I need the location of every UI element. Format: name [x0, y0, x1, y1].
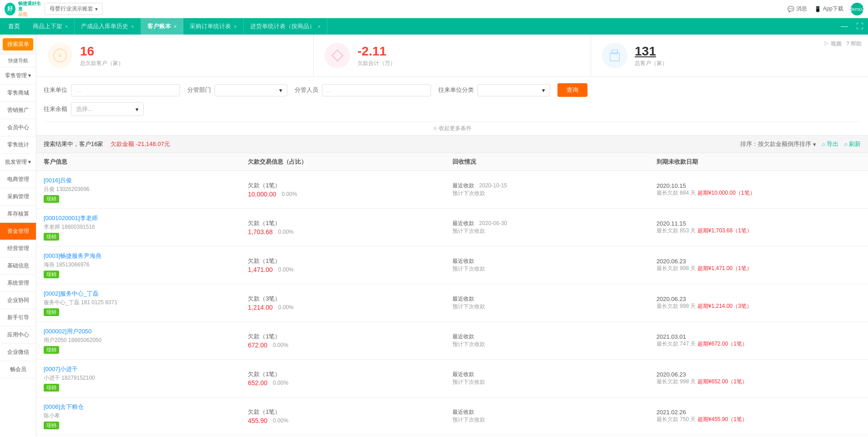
overdue-tag[interactable]: 超期¥652.00（1笔） [697, 378, 748, 385]
logo-icon: 好 [5, 3, 15, 15]
sidebar-item-app-center[interactable]: 应用中心 [0, 326, 36, 344]
sidebar-item-system-mgmt[interactable]: 系统管理 [0, 275, 36, 292]
payment-cell: 最近收款 预计下次收款 [452, 408, 657, 424]
due-date: 2020.11.15 [657, 220, 861, 227]
customer-name-link[interactable]: [0007]小进干 [44, 366, 78, 372]
sidebar-item-ecommerce[interactable]: 电商管理 [0, 171, 36, 188]
debt-amount-row: 1,214.00 0.00% [248, 304, 452, 311]
building-icon [602, 43, 627, 68]
card3-body: 131 总客户（家） [635, 44, 667, 67]
overdue-cell: 2020.06.23 最长欠款 998 天 超期¥1,214.00（3笔） [657, 296, 861, 310]
window-maximize-btn[interactable]: ⛶ [853, 22, 866, 30]
sidebar-item-quick-nav[interactable]: 快捷导航 [0, 55, 36, 67]
export-btn[interactable]: ○ 导出 [822, 140, 838, 148]
sidebar-item-batch-mgmt[interactable]: 批发管理 ▾ [0, 154, 36, 171]
close-icon[interactable]: × [65, 24, 68, 29]
sidebar-item-retail-stats[interactable]: 零售统计 [0, 136, 36, 154]
sort-selector[interactable]: 排序：按欠款金额倒序排序 ▾ [740, 140, 816, 148]
message-icon: 💬 [788, 6, 794, 12]
recent-payment: 最近收款 [452, 333, 657, 341]
summary-cards: ¥ 16 总欠款客户（家） -2.11 欠款合计（万） [36, 35, 868, 77]
tab-product-stock-history[interactable]: 产成品入库单历史 × [75, 18, 140, 35]
close-icon[interactable]: × [174, 24, 176, 29]
overdue-tag[interactable]: 超期¥1,703.68（1笔） [697, 227, 752, 234]
sidebar-item-member-center[interactable]: 会员中心 [0, 119, 36, 136]
close-icon[interactable]: × [318, 24, 321, 29]
chevron-down-icon: ▾ [542, 87, 545, 94]
sidebar-item-new-guide[interactable]: 新手引导 [0, 309, 36, 326]
results-summary: 搜索结果中，客户16家 欠款金额 -21,148.07元 [44, 140, 170, 148]
customer-info-cell: [0001020001]李老师 李老师 18600391516 现销 [44, 214, 248, 241]
col-header-debt: 欠款交易信息（占比） [248, 158, 452, 166]
customer-name-link[interactable]: [0002]服务中心_丁磊 [44, 290, 99, 297]
sidebar-item-purchase-mgmt[interactable]: 采购管理 [0, 188, 36, 206]
sidebar-item-vip-member[interactable]: 畅会员 [0, 361, 36, 378]
refresh-btn[interactable]: ○ 刷新 [844, 140, 861, 148]
filter-area: 往来单位 ... 分管部门 ▾ 分管人员 ... [36, 77, 868, 136]
sidebar-item-marketing[interactable]: 营销推广 [0, 102, 36, 119]
customer-input[interactable]: ... [71, 84, 180, 96]
table-row: [0007]小进干 小进干 18279152100 现销 欠款（1笔） 652.… [36, 360, 868, 397]
sidebar-item-enterprise-collab[interactable]: 企业协同 [0, 292, 36, 309]
customer-phone: 陈小希 [44, 412, 248, 420]
main-content: ¥ 16 总欠款客户（家） -2.11 欠款合计（万） [36, 35, 868, 437]
search-menu-btn[interactable]: 搜索菜单 [3, 38, 33, 50]
diamond-icon [325, 43, 350, 68]
payment-cell: 最近收款 预计下次收款 [452, 257, 657, 273]
user-profile[interactable]: demo2 [851, 3, 863, 15]
debt-cell: 欠款（3笔） 1,214.00 0.00% [248, 295, 452, 311]
customer-badge: 现销 [44, 384, 59, 392]
recent-payment: 最近收款 2020-06-30 [452, 220, 657, 227]
balance-placeholder: 选择... [76, 105, 93, 113]
tab-home[interactable]: 首页 [2, 22, 26, 30]
customer-name-link[interactable]: [0003]畅捷服务尹海燕 [44, 252, 101, 259]
due-date: 2021.03.01 [657, 333, 861, 340]
staff-input[interactable]: ... [322, 84, 431, 96]
tab-purchase-order-stats[interactable]: 采购订单统计表 × [183, 18, 243, 35]
due-date: 2020.06.23 [657, 296, 861, 302]
customer-name-link[interactable]: [0006]去下粮仓 [44, 403, 84, 410]
overdue-cell: 2020.06.23 最长欠款 998 天 超期¥652.00（1笔） [657, 371, 861, 386]
tab-customer-account[interactable]: 客户账本 × [141, 18, 183, 35]
sidebar-item-operation-mgmt[interactable]: 经营管理 [0, 240, 36, 257]
sidebar-item-inventory-check[interactable]: 库存核算 [0, 206, 36, 223]
help-btn[interactable]: ? 帮助 [846, 40, 862, 48]
overdue-cell: 2020.11.15 最长欠款 853 天 超期¥1,703.68（1笔） [657, 220, 861, 235]
customer-name-link[interactable]: [0016]吕俊 [44, 177, 72, 184]
customer-name-link[interactable]: [0001020001]李老师 [44, 215, 98, 221]
collapse-bar[interactable]: ∧ 收起更多条件 [44, 121, 861, 135]
app-download-btn[interactable]: 📱 App下载 [814, 5, 843, 13]
overdue-tag[interactable]: 超期¥10,000.00（1笔） [697, 190, 755, 196]
sidebar-item-enterprise-wechat[interactable]: 企业微信 [0, 344, 36, 361]
dept-select[interactable]: ▾ [215, 84, 287, 96]
balance-select[interactable]: 选择... ▾ [71, 102, 144, 116]
message-btn[interactable]: 💬 消息 [788, 5, 807, 13]
debt-count: 欠款（1笔） [248, 219, 452, 227]
close-icon[interactable]: × [234, 24, 236, 29]
search-btn[interactable]: 查询 [557, 83, 587, 97]
total-customer-label: 总客户（家） [635, 60, 667, 67]
tab-product-listing[interactable]: 商品上下架 × [26, 18, 75, 35]
window-minimize-btn[interactable]: — [838, 22, 851, 30]
chevron-down-icon: ▾ [28, 159, 31, 165]
overdue-tag[interactable]: 超期¥1,214.00（3笔） [697, 303, 752, 309]
customer-name-link[interactable]: [000002]用户2050 [44, 328, 92, 335]
overdue-tag[interactable]: 超期¥1,471.00（1笔） [697, 265, 752, 271]
sidebar-item-retail-store[interactable]: 零售商城 [0, 85, 36, 102]
video-btn[interactable]: ▷ 视频 [824, 40, 842, 48]
chevron-down-icon: ▾ [95, 6, 98, 12]
sidebar-item-capital-mgmt[interactable]: 资金管理 [0, 223, 36, 240]
tab-inbound-stats[interactable]: 进货单统计表（按商品） × [244, 18, 327, 35]
overdue-info: 最长欠款 853 天 超期¥1,703.68（1笔） [657, 227, 861, 235]
debt-cell: 欠款（1笔） 1,471.00 0.00% [248, 257, 452, 273]
category-select[interactable]: ▾ [477, 84, 550, 96]
sidebar-item-basic-info[interactable]: 基础信息 [0, 257, 36, 275]
sidebar-item-retail-mgmt[interactable]: 零售管理 ▾ [0, 67, 36, 85]
overdue-tag[interactable]: 超期¥455.90（1笔） [697, 416, 748, 422]
staff-filter: 分管人员 ... [295, 84, 431, 96]
store-selector[interactable]: 母婴行业演示账套 ▾ [45, 3, 103, 15]
help-icon: ? [846, 40, 849, 47]
close-icon[interactable]: × [131, 24, 134, 29]
customer-phone: 用户2050 18665062050 [44, 337, 248, 344]
overdue-tag[interactable]: 超期¥672.00（1笔） [697, 341, 748, 347]
